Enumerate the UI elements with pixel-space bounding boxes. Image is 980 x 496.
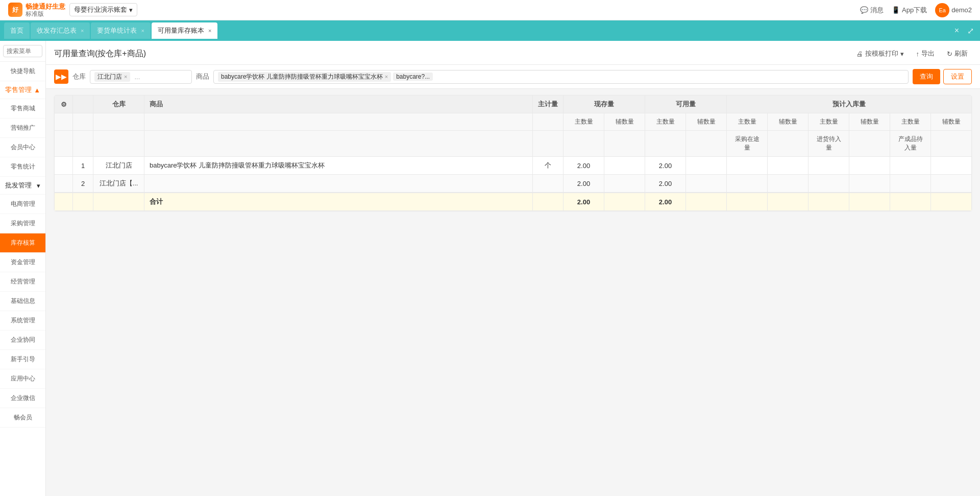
cell-current-main: 2.00 <box>564 157 604 175</box>
footer-current-main: 2.00 <box>564 193 604 211</box>
footer-purchase-aux <box>768 193 808 211</box>
tab-receive-summary[interactable]: 收发存汇总表 × <box>31 22 90 39</box>
filter-toggle-button[interactable]: ▶▶ <box>54 69 68 84</box>
sidebar-item-basic-info[interactable]: 基础信息 <box>0 292 45 311</box>
sidebar-item-ecommerce[interactable]: 电商管理 <box>0 195 45 214</box>
product-tag-1: babycare学饮杯 儿童防摔防撞吸管杯重力球吸嘴杯宝宝水杯 × <box>218 72 391 82</box>
sidebar-item-retail-stats[interactable]: 零售统计 <box>0 157 45 177</box>
footer-finished-aux <box>931 193 972 211</box>
sidebar-item-system[interactable]: 系统管理 <box>0 311 45 330</box>
th-incoming-goods-label: 进货待入量 <box>808 131 849 157</box>
th-incoming-goods-aux <box>849 131 890 157</box>
refresh-icon: ↻ <box>947 50 952 58</box>
tab-order-stats-close[interactable]: × <box>141 28 144 34</box>
sidebar-item-vip[interactable]: 畅会员 <box>0 408 45 428</box>
tab-close-all-button[interactable]: × <box>952 24 961 37</box>
sidebar-item-quick-nav[interactable]: 快捷导航 <box>0 62 45 81</box>
message-icon: 💬 <box>860 6 868 14</box>
tab-receive-summary-close[interactable]: × <box>81 28 84 34</box>
sidebar-item-inventory[interactable]: 库存核算 <box>0 233 45 253</box>
search-input[interactable] <box>3 45 42 57</box>
footer-incoming-aux <box>849 193 890 211</box>
th-purchase-in-transit-aux <box>768 131 808 157</box>
sidebar-item-marketing[interactable]: 营销推广 <box>0 119 45 138</box>
logo-area: 好 畅捷通好生意 标准版 <box>8 3 65 18</box>
main-layout: 快捷导航 零售管理 ▲ 零售商城 营销推广 会员中心 零售统计 批发管理 ▾ 电… <box>0 41 980 496</box>
th-available-main-qty: 主数量 <box>645 113 686 131</box>
product-tag-2: babycare?... <box>393 73 433 81</box>
sidebar-item-wholesale-management[interactable]: 批发管理 ▾ <box>0 177 45 195</box>
chevron-down-icon: ▾ <box>37 182 40 190</box>
cell-incoming-aux <box>849 175 890 193</box>
app-download-button[interactable]: 📱 App下载 <box>892 6 927 15</box>
print-template-label: 按模板打印 <box>865 49 898 58</box>
th-sub2-current-aux <box>604 131 645 157</box>
top-bar: 好 畅捷通好生意 标准版 母婴行业演示账套 ▾ 💬 消息 📱 App下载 Ea … <box>0 0 980 20</box>
sidebar-operations-label: 经营管理 <box>11 277 35 286</box>
tab-available-inventory-close[interactable]: × <box>208 28 211 34</box>
cell-no: 1 <box>73 157 93 175</box>
sidebar-item-finance[interactable]: 资金管理 <box>0 253 45 272</box>
cell-finished-main <box>890 175 931 193</box>
warehouse-filter-input[interactable]: 江北门店 × ... <box>90 70 192 84</box>
tab-home[interactable]: 首页 <box>4 22 30 39</box>
th-gear: ⚙ <box>55 96 73 113</box>
chevron-up-icon: ▲ <box>34 86 40 94</box>
warehouse-more-button[interactable]: ... <box>132 73 142 81</box>
top-bar-left: 好 畅捷通好生意 标准版 母婴行业演示账套 ▾ <box>8 3 137 18</box>
sidebar-item-membership[interactable]: 会员中心 <box>0 138 45 157</box>
th-purchase-in-transit-label: 采购在途量 <box>727 131 768 157</box>
message-button[interactable]: 💬 消息 <box>860 6 884 15</box>
account-selector[interactable]: 母婴行业演示账套 ▾ <box>69 3 137 16</box>
sidebar-search-area <box>0 41 45 62</box>
th-sub2-warehouse <box>93 131 144 157</box>
footer-current-aux <box>604 193 645 211</box>
refresh-button[interactable]: ↻ 刷新 <box>943 47 972 60</box>
th-current-stock-group: 现存量 <box>564 96 645 113</box>
sidebar-basic-info-label: 基础信息 <box>11 297 35 305</box>
th-finished-aux-qty: 辅数量 <box>931 113 972 131</box>
export-icon: ↑ <box>916 50 920 58</box>
footer-available-main: 2.00 <box>645 193 686 211</box>
sidebar-item-enterprise-collab[interactable]: 企业协同 <box>0 330 45 350</box>
sidebar-item-new-guide[interactable]: 新手引导 <box>0 350 45 369</box>
sidebar-item-enterprise-wechat[interactable]: 企业微信 <box>0 389 45 408</box>
product-tag-2-value: babycare?... <box>396 73 430 80</box>
sidebar-item-retail-management[interactable]: 零售管理 ▲ <box>0 81 45 99</box>
th-sub2-unit <box>533 131 564 157</box>
tab-expand-button[interactable]: ⤢ <box>965 24 976 38</box>
filter-actions: 查询 设置 <box>913 69 972 84</box>
brand-subtitle: 标准版 <box>26 10 65 17</box>
th-available-aux-qty: 辅数量 <box>686 113 727 131</box>
app-download-label: App下载 <box>902 6 927 15</box>
tab-order-stats[interactable]: 要货单统计表 × <box>91 22 150 39</box>
th-finished-main-qty: 主数量 <box>890 113 931 131</box>
table-container[interactable]: ⚙ 仓库 商品 主计量 现存量 可用量 预计入库量 <box>46 89 980 496</box>
tab-available-inventory[interactable]: 可用量库存账本 × <box>152 22 217 39</box>
product-tag-1-close[interactable]: × <box>385 74 388 80</box>
cell-warehouse: 江北门店 <box>93 157 144 175</box>
sidebar-retail-stats-label: 零售统计 <box>11 162 35 171</box>
cell-finished-aux <box>931 157 972 175</box>
sidebar-item-app-center[interactable]: 应用中心 <box>0 369 45 389</box>
sidebar-item-retail-mall[interactable]: 零售商城 <box>0 99 45 119</box>
export-button[interactable]: ↑ 导出 <box>912 47 939 60</box>
chevron-down-icon: ▾ <box>900 50 904 58</box>
cell-incoming-aux <box>849 157 890 175</box>
sidebar-wholesale-label: 批发管理 <box>5 181 32 190</box>
print-template-button[interactable]: 🖨 按模板打印 ▾ <box>852 47 908 60</box>
th-forecast-in-group: 预计入库量 <box>727 96 972 113</box>
user-avatar-area[interactable]: Ea demo2 <box>935 3 972 17</box>
query-button[interactable]: 查询 <box>913 69 940 84</box>
sidebar-item-operations[interactable]: 经营管理 <box>0 272 45 292</box>
sidebar-item-purchase[interactable]: 采购管理 <box>0 214 45 233</box>
cell-finished-aux <box>931 175 972 193</box>
product-filter-input[interactable]: babycare学饮杯 儿童防摔防撞吸管杯重力球吸嘴杯宝宝水杯 × babyca… <box>213 70 909 84</box>
warehouse-tag-close[interactable]: × <box>124 74 127 80</box>
cell-current-aux <box>604 157 645 175</box>
settings-button[interactable]: 设置 <box>943 69 972 84</box>
th-warehouse: 仓库 <box>93 96 144 113</box>
th-sub2-no <box>73 131 93 157</box>
sidebar-vip-label: 畅会员 <box>14 413 32 422</box>
cell-incoming-main <box>808 175 849 193</box>
